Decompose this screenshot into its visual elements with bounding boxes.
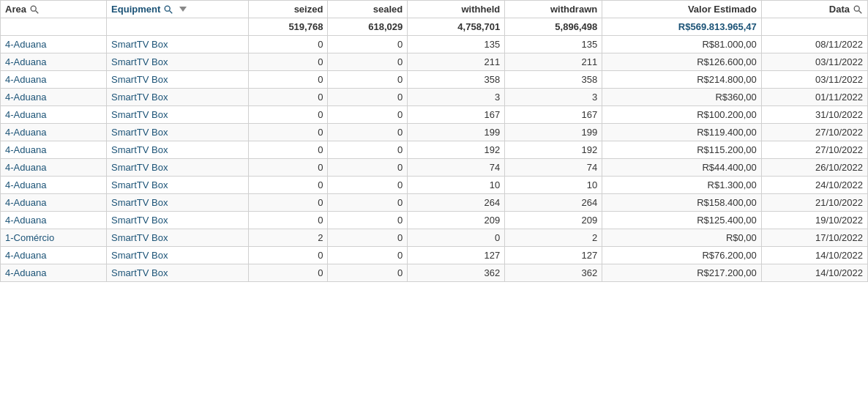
search-equipment-button[interactable] [163, 4, 173, 15]
cell-seized: 0 [248, 89, 328, 106]
cell-withheld: 362 [408, 264, 505, 282]
col-header-sealed: sealed [328, 1, 408, 18]
table-row: 4-AduanaSmartTV Box00264264R$158.400,002… [1, 194, 868, 212]
cell-equipment: SmartTV Box [107, 71, 248, 89]
cell-seized: 0 [248, 264, 328, 282]
cell-equipment: SmartTV Box [107, 106, 248, 124]
cell-data: 27/10/2022 [761, 141, 867, 159]
cell-data: 24/10/2022 [761, 177, 867, 194]
cell-sealed: 0 [328, 89, 408, 106]
cell-area: 4-Aduana [1, 264, 107, 282]
cell-equipment: SmartTV Box [107, 141, 248, 159]
cell-withheld: 127 [408, 247, 505, 264]
cell-data: 26/10/2022 [761, 159, 867, 177]
cell-data: 27/10/2022 [761, 124, 867, 141]
cell-sealed: 0 [328, 264, 408, 282]
cell-sealed: 0 [328, 159, 408, 177]
cell-sealed: 0 [328, 194, 408, 212]
cell-seized: 0 [248, 106, 328, 124]
cell-sealed: 0 [328, 212, 408, 229]
summary-row: 519,768 618,029 4,758,701 5,896,498 R$56… [1, 18, 868, 36]
cell-data: 01/11/2022 [761, 89, 867, 106]
cell-valor: R$158.400,00 [602, 194, 762, 212]
cell-sealed: 0 [328, 124, 408, 141]
cell-valor: R$360,00 [602, 89, 762, 106]
cell-withdrawn: 264 [505, 194, 602, 212]
table-row: 4-AduanaSmartTV Box00211211R$126.600,000… [1, 53, 868, 71]
cell-valor: R$126.600,00 [602, 53, 762, 71]
cell-valor: R$214.800,00 [602, 71, 762, 89]
cell-withheld: 192 [408, 141, 505, 159]
cell-valor: R$217.200,00 [602, 264, 762, 282]
table-row: 4-AduanaSmartTV Box00358358R$214.800,000… [1, 71, 868, 89]
table-row: 4-AduanaSmartTV Box0033R$360,0001/11/202… [1, 89, 868, 106]
cell-withheld: 358 [408, 71, 505, 89]
summary-seized: 519,768 [248, 18, 328, 36]
cell-withdrawn: 74 [505, 159, 602, 177]
cell-seized: 0 [248, 71, 328, 89]
cell-sealed: 0 [328, 106, 408, 124]
cell-sealed: 0 [328, 71, 408, 89]
search-area-icon [29, 4, 40, 15]
svg-line-3 [170, 10, 173, 13]
cell-data: 08/11/2022 [761, 36, 867, 53]
cell-sealed: 0 [328, 53, 408, 71]
col-header-seized: seized [248, 1, 328, 18]
cell-valor: R$1.300,00 [602, 177, 762, 194]
table-row: 4-AduanaSmartTV Box00362362R$217.200,001… [1, 264, 868, 282]
col-header-withheld: withheld [408, 1, 505, 18]
cell-withdrawn: 10 [505, 177, 602, 194]
col-label-data: Data [829, 4, 850, 15]
cell-equipment: SmartTV Box [107, 36, 248, 53]
cell-data: 21/10/2022 [761, 194, 867, 212]
cell-area: 1-Comércio [1, 229, 107, 247]
cell-equipment: SmartTV Box [107, 159, 248, 177]
col-label-valor: Valor Estimado [688, 4, 757, 15]
cell-equipment: SmartTV Box [107, 177, 248, 194]
table-row: 1-ComércioSmartTV Box2002R$0,0017/10/202… [1, 229, 868, 247]
cell-sealed: 0 [328, 141, 408, 159]
cell-sealed: 0 [328, 247, 408, 264]
cell-withdrawn: 127 [505, 247, 602, 264]
table-row: 4-AduanaSmartTV Box00127127R$76.200,0014… [1, 247, 868, 264]
cell-valor: R$100.200,00 [602, 106, 762, 124]
search-equipment-icon [163, 4, 173, 15]
cell-equipment: SmartTV Box [107, 212, 248, 229]
cell-withdrawn: 211 [505, 53, 602, 71]
search-area-button[interactable] [29, 4, 40, 15]
cell-area: 4-Aduana [1, 141, 107, 159]
cell-withheld: 0 [408, 229, 505, 247]
col-label-area: Area [5, 4, 26, 15]
cell-data: 19/10/2022 [761, 212, 867, 229]
table-row: 4-AduanaSmartTV Box00135135R$81.000,0008… [1, 36, 868, 53]
cell-data: 31/10/2022 [761, 106, 867, 124]
cell-area: 4-Aduana [1, 212, 107, 229]
cell-area: 4-Aduana [1, 71, 107, 89]
cell-seized: 0 [248, 141, 328, 159]
cell-valor: R$125.400,00 [602, 212, 762, 229]
cell-area: 4-Aduana [1, 124, 107, 141]
table-row: 4-AduanaSmartTV Box007474R$44.400,0026/1… [1, 159, 868, 177]
search-data-button[interactable] [853, 4, 863, 15]
cell-withdrawn: 2 [505, 229, 602, 247]
cell-withdrawn: 209 [505, 212, 602, 229]
cell-withheld: 167 [408, 106, 505, 124]
summary-equipment [107, 18, 248, 36]
cell-equipment: SmartTV Box [107, 89, 248, 106]
cell-withdrawn: 358 [505, 71, 602, 89]
cell-withheld: 211 [408, 53, 505, 71]
summary-withheld: 4,758,701 [408, 18, 505, 36]
search-data-icon [853, 4, 863, 15]
cell-sealed: 0 [328, 177, 408, 194]
table-row: 4-AduanaSmartTV Box00167167R$100.200,003… [1, 106, 868, 124]
cell-seized: 0 [248, 53, 328, 71]
cell-withheld: 264 [408, 194, 505, 212]
sort-arrow-equipment [179, 7, 187, 12]
cell-area: 4-Aduana [1, 247, 107, 264]
cell-valor: R$0,00 [602, 229, 762, 247]
cell-withheld: 209 [408, 212, 505, 229]
cell-withheld: 3 [408, 89, 505, 106]
cell-equipment: SmartTV Box [107, 247, 248, 264]
cell-withheld: 135 [408, 36, 505, 53]
cell-withheld: 10 [408, 177, 505, 194]
